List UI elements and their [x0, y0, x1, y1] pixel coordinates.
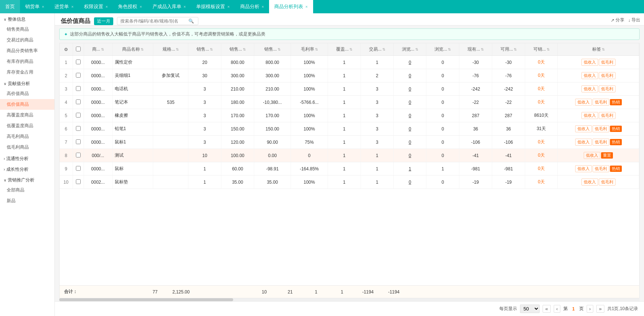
sidebar-item-low-value[interactable]: 低价值商品 [0, 99, 54, 110]
sidebar-section-contribution[interactable]: ∨ 贡献值分析 [0, 78, 54, 88]
sidebar-item-all-products[interactable]: 全部商品 [0, 185, 54, 196]
col-trade[interactable]: 交易...⇅ [360, 43, 393, 56]
nav-product-analysis[interactable]: 商品分析 × [235, 0, 269, 13]
nav-product-inbound[interactable]: 产成品入库单 × [147, 0, 191, 13]
table-row[interactable]: 9 0000... 鼠标 1 60.00 -98.91 -164.85% 1 1… [60, 162, 639, 176]
row-pv1[interactable]: 0 [393, 109, 426, 122]
col-qty[interactable]: 销售...⇅ [188, 43, 221, 56]
close-icon[interactable]: × [305, 4, 308, 9]
page-size-select[interactable]: 50 20 100 [520, 305, 540, 313]
col-tags[interactable]: 标签⇅ [558, 43, 639, 56]
tag-label: 低毛利 [599, 112, 616, 119]
table-row[interactable]: 1 0000... 属性定价 20 800.00 800.00 100% 1 1… [60, 56, 639, 69]
row-checkbox[interactable] [73, 96, 84, 109]
row-stock: 287 [459, 109, 492, 122]
next-page-button[interactable]: › [587, 305, 593, 313]
sidebar-item-stocked-products[interactable]: 有库存的商品 [0, 56, 54, 67]
sidebar-section-circulation[interactable]: › 流通性分析 [0, 153, 54, 163]
row-pv1[interactable]: 0 [393, 122, 426, 136]
sidebar-item-high-coverage[interactable]: 高覆盖度商品 [0, 110, 54, 120]
share-button[interactable]: ↗ 分享 [611, 17, 624, 23]
col-checkbox[interactable] [73, 43, 84, 56]
nav-permissions[interactable]: 权限设置 × [79, 0, 113, 13]
nav-role-auth[interactable]: 角色授权 × [113, 0, 147, 13]
table-row[interactable]: 5 0000... 橡皮擦 3 170.00 170.00 100% 1 3 0… [60, 109, 639, 122]
select-all-checkbox[interactable] [76, 47, 81, 51]
first-page-button[interactable]: « [543, 305, 550, 313]
table-row[interactable]: 3 0000... 电话机 3 210.00 210.00 100% 1 3 0… [60, 82, 639, 96]
col-pv2[interactable]: 浏览...⇅ [426, 43, 459, 56]
sidebar-section-marketing[interactable]: ∨ 营销推广分析 [0, 174, 54, 185]
col-coverage[interactable]: 覆盖...⇅ [328, 43, 361, 56]
row-checkbox[interactable] [73, 56, 84, 69]
search-box[interactable]: 🔍 [117, 17, 198, 25]
horizontal-scrollbar[interactable] [59, 298, 640, 301]
row-checkbox[interactable] [73, 162, 84, 176]
nav-sales-order[interactable]: 销货单 × [20, 0, 49, 13]
col-available[interactable]: 可用...⇅ [492, 43, 525, 56]
sidebar-item-new-products[interactable]: 新品 [0, 196, 54, 206]
row-checkbox[interactable] [73, 82, 84, 96]
col-amount[interactable]: 销售...⇅ [254, 43, 291, 56]
row-checkbox[interactable] [73, 149, 84, 162]
close-icon[interactable]: × [42, 4, 44, 9]
row-pv1[interactable]: 0 [393, 136, 426, 149]
search-input[interactable] [120, 18, 187, 24]
sidebar-item-low-margin[interactable]: 低毛利商品 [0, 142, 54, 153]
table-row[interactable]: 6 0000... 铅笔1 3 150.00 150.00 100% 1 3 0… [60, 122, 639, 136]
close-icon[interactable]: × [71, 4, 73, 9]
col-spec[interactable]: 规格...⇅ [153, 43, 188, 56]
col-margin[interactable]: 毛利率⇅ [291, 43, 328, 56]
scrollbar-thumb[interactable] [59, 298, 233, 301]
row-pv1[interactable]: 0 [393, 56, 426, 69]
close-icon[interactable]: × [140, 4, 142, 9]
col-settings[interactable]: ⚙ [60, 43, 73, 56]
col-code[interactable]: 商...⇅ [84, 43, 112, 56]
export-button[interactable]: ↓ 导出 [628, 17, 640, 23]
row-checkbox[interactable] [73, 109, 84, 122]
row-pv1[interactable]: 1 [393, 162, 426, 176]
table-row[interactable]: 2 0000... 吴细细1 参加复试 30 300.00 300.00 100… [60, 69, 639, 82]
sidebar-item-high-margin[interactable]: 高毛利商品 [0, 131, 54, 142]
row-pv1[interactable]: 0 [393, 149, 426, 162]
table-row[interactable]: 8 000/... 测试 10 100.00 0.00 0 1 1 0 0 -4… [60, 149, 639, 162]
sidebar-item-traded-products[interactable]: 交易过的商品 [0, 35, 54, 45]
nav-home[interactable]: 首页 [0, 0, 20, 13]
sidebar-item-high-value[interactable]: 高价值商品 [0, 88, 54, 99]
sidebar-section-growth[interactable]: › 成长性分析 [0, 163, 54, 174]
table-row[interactable]: 10 0002... 鼠标垫 1 35.00 35.00 100% 1 1 0 … [60, 176, 639, 189]
last-page-button[interactable]: » [596, 305, 604, 313]
nav-product-analysis-list[interactable]: 商品分析列表 × [269, 0, 313, 13]
sidebar-section-overall[interactable]: ∨ 整体信息 [0, 13, 54, 24]
period-tag[interactable]: 近一月 [94, 17, 113, 25]
search-icon[interactable]: 🔍 [188, 18, 194, 24]
row-pv1[interactable]: 0 [393, 69, 426, 82]
col-pv1[interactable]: 浏览...⇅ [393, 43, 426, 56]
col-sellable[interactable]: 可销...⇅ [525, 43, 558, 56]
close-icon[interactable]: × [227, 4, 229, 9]
sidebar-item-inventory-value[interactable]: 库存资金占用 [0, 67, 54, 78]
row-checkbox[interactable] [73, 122, 84, 136]
close-icon[interactable]: × [105, 4, 108, 9]
sidebar-item-category-sales[interactable]: 商品分类销售率 [0, 45, 54, 56]
nav-template-settings[interactable]: 单据模板设置 × [191, 0, 235, 13]
row-checkbox[interactable] [73, 69, 84, 82]
col-price[interactable]: 销售...⇅ [221, 43, 254, 56]
data-table-container[interactable]: ⚙ 商...⇅ 商品名称⇅ 规格...⇅ 销售...⇅ 销售...⇅ 销售...… [59, 43, 640, 286]
sidebar-item-sales-products[interactable]: 销售类商品 [0, 24, 54, 35]
row-pv1[interactable]: 0 [393, 82, 426, 96]
row-checkbox[interactable] [73, 136, 84, 149]
sidebar-item-low-coverage[interactable]: 低覆盖度商品 [0, 120, 54, 131]
col-name[interactable]: 商品名称⇅ [112, 43, 153, 56]
table-row[interactable]: 4 0000... 笔记本 535 3 180.00 -10,380... -5… [60, 96, 639, 109]
nav-purchase-order[interactable]: 进货单 × [49, 0, 78, 13]
col-stock[interactable]: 现有...⇅ [459, 43, 492, 56]
table-row[interactable]: 7 0000... 鼠标1 3 120.00 90.00 75% 1 3 0 0… [60, 136, 639, 149]
row-checkbox[interactable] [73, 176, 84, 189]
row-pv1[interactable]: 0 [393, 96, 426, 109]
row-available: -41 [492, 149, 525, 162]
row-pv1[interactable]: 0 [393, 176, 426, 189]
prev-page-button[interactable]: ‹ [554, 305, 560, 313]
close-icon[interactable]: × [262, 4, 264, 9]
close-icon[interactable]: × [184, 4, 186, 9]
